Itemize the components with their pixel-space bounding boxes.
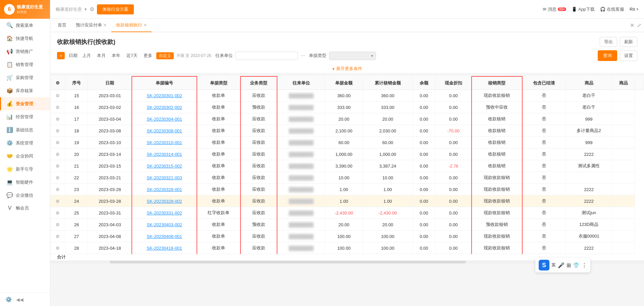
cell-bill_type: 收款单	[197, 160, 240, 172]
cell-balance: 0.00	[413, 160, 435, 172]
date-option-更多[interactable]: 更多	[142, 52, 154, 59]
cell-bill_no[interactable]: SK-20230408-001	[132, 231, 197, 242]
cell-date: 2023-04-18	[88, 242, 132, 254]
row-settings-icon[interactable]: ⚙	[56, 246, 60, 251]
shirt-icon[interactable]: 👕	[573, 262, 580, 268]
row-settings-icon[interactable]: ⚙	[56, 199, 60, 204]
mic-icon[interactable]: 🎤	[558, 262, 565, 268]
refresh-btn[interactable]: 刷新	[620, 37, 637, 47]
sidebar-item-marketing[interactable]: 📢营销推广	[0, 45, 50, 58]
row-settings-icon[interactable]: ⚙	[56, 164, 60, 169]
settings-btn[interactable]: ⚙	[90, 6, 94, 12]
table-row: ⚙252023-03-31SK-20230331-002红字收款单应收款████…	[50, 207, 644, 219]
grid-icon[interactable]: ⊞	[567, 262, 571, 268]
row-settings-icon[interactable]: ⚙	[56, 210, 60, 216]
cell-bill_amount: 333.00	[325, 102, 363, 113]
messages-item[interactable]: ✉ 消息 99+	[543, 6, 566, 12]
export-btn[interactable]: 导出	[600, 37, 617, 47]
row-settings-icon[interactable]: ⚙	[56, 128, 60, 133]
sidebar-item-quicknav[interactable]: 🏠快捷导航	[0, 32, 50, 45]
row-settings-icon[interactable]: ⚙	[56, 152, 60, 157]
sidebar-item-system[interactable]: ⚙️系统管理	[0, 136, 50, 149]
cell-bill_no[interactable]: SK-20230321-003	[132, 172, 197, 184]
table-area: ⚙序号日期单据编号单据类型业务类型往来单位单据金额累计核销金额余额现金折扣核销类…	[50, 76, 644, 260]
solution-btn[interactable]: 体验行业方案	[97, 4, 134, 14]
tab-collection[interactable]: 收款核销执行✕	[111, 19, 152, 32]
cell-bill_no[interactable]: SK-20230418-001	[132, 242, 197, 254]
sidebar-icon-wechat: 💬	[6, 192, 13, 198]
cell-bill_no[interactable]: SK-20230304-001	[132, 113, 197, 125]
tab-close-prepay[interactable]: ✕	[103, 23, 107, 27]
cell-bill_no[interactable]: SK-20230328-002	[132, 195, 197, 207]
cell-bill_type: 收款单	[197, 172, 240, 184]
sidebar-item-inventory[interactable]: 📦库存核算	[0, 84, 50, 97]
billtype-select[interactable]	[329, 52, 376, 60]
row-settings-icon[interactable]: ⚙	[56, 117, 60, 122]
cell-bill_amount: 100.00	[325, 242, 363, 254]
cell-no: 25	[65, 207, 88, 219]
filter-dots[interactable]: ···	[301, 53, 305, 59]
cell-balance: 0.00	[413, 148, 435, 160]
cell-bill_no[interactable]: SK-20230328-001	[132, 184, 197, 195]
sidebar-label-quicknav: 快捷导航	[16, 36, 33, 42]
date-option-本月[interactable]: 本月	[95, 52, 108, 59]
sidebar-item-hardware[interactable]: 💻智能硬件	[0, 176, 50, 189]
sidebar-item-purchase[interactable]: 🛒采购管理	[0, 71, 50, 84]
cell-bill_amount: 2,100.00	[325, 125, 363, 137]
cell-goods2	[612, 113, 635, 125]
sidebar-item-sales[interactable]: 📋销售管理	[0, 58, 50, 71]
expand-more-btn[interactable]: ▾ 展开更多条件	[332, 66, 362, 72]
sidebar-item-search[interactable]: 🔍搜索菜单	[0, 19, 50, 32]
partner-input[interactable]	[235, 52, 298, 60]
cell-bill_no[interactable]: SK-20230302-002	[132, 102, 197, 113]
row-settings-icon[interactable]: ⚙	[56, 234, 60, 239]
expand-tab-btn[interactable]: ⤢	[637, 22, 641, 28]
sidebar-item-guide[interactable]: 🌟新手引导	[0, 163, 50, 176]
cell-bill_no[interactable]: SK-20230310-001	[132, 137, 197, 148]
date-option-近7天[interactable]: 近7天	[124, 52, 140, 59]
cell-bill_no[interactable]: SK-20230301-002	[132, 90, 197, 102]
settings-icon[interactable]: ⚙️	[5, 296, 12, 303]
setting-btn[interactable]: 设置	[620, 50, 637, 61]
row-settings-icon[interactable]: ⚙	[56, 140, 60, 145]
tab-prepay[interactable]: 预计应应付单✕	[71, 19, 111, 32]
query-btn[interactable]: 查询	[598, 50, 617, 61]
tab-close-collection[interactable]: ✕	[144, 23, 147, 27]
row-settings-icon[interactable]: ⚙	[56, 187, 60, 192]
col-header-cancel_type: 核销类型	[472, 76, 522, 90]
cell-bill_no[interactable]: SK-20230403-002	[132, 219, 197, 231]
user-avatar[interactable]: Rit ▾	[630, 7, 639, 12]
collapse-icon[interactable]: ◀◀	[16, 297, 23, 302]
custom-date-btn[interactable]: 自定义	[156, 52, 174, 59]
tab-home[interactable]: 首页	[53, 19, 71, 32]
row-settings-icon[interactable]: ⚙	[56, 93, 60, 98]
cell-bill_type: 收款单	[197, 137, 240, 148]
cell-cancel_type: 收款核销	[472, 113, 522, 125]
filter-expand-btn[interactable]: »	[57, 52, 65, 59]
sidebar-item-basics[interactable]: ℹ️基础信息	[0, 123, 50, 136]
sidebar-item-finance[interactable]: 💰资金管理	[0, 97, 50, 110]
service-item[interactable]: 🎧 在线客服	[600, 6, 624, 12]
sidebar-item-member[interactable]: V畅会员	[0, 202, 50, 215]
close-tab-btn[interactable]: ✕	[630, 22, 634, 28]
sidebar-item-wechat[interactable]: 💬企业微信	[0, 189, 50, 202]
cell-bill_no[interactable]: SK-20230331-002	[132, 207, 197, 219]
cell-bill_no[interactable]: SK-20230315-002	[132, 160, 197, 172]
row-settings-icon[interactable]: ⚙	[56, 105, 60, 110]
row-settings-icon[interactable]: ⚙	[56, 175, 60, 180]
row-settings-icon[interactable]: ⚙	[56, 222, 60, 227]
sidebar-item-company[interactable]: 🤝企业协同	[0, 149, 50, 163]
sidebar-icon-system: ⚙️	[6, 140, 13, 146]
date-option-本年[interactable]: 本年	[110, 52, 122, 59]
cell-cash_discount: -2.76	[435, 160, 472, 172]
app-download-item[interactable]: 📱 App下载	[572, 6, 595, 12]
expand-bar: ▾ 展开更多条件	[50, 64, 644, 73]
date-option-上月[interactable]: 上月	[80, 52, 93, 59]
cell-bill_no[interactable]: SK-20230308-001	[132, 125, 197, 137]
more-icon[interactable]: ⋮	[582, 262, 587, 268]
sidebar-item-operation[interactable]: 📊经营管理	[0, 110, 50, 123]
sidebar-icon-member: V	[6, 205, 13, 211]
cell-bill_no[interactable]: SK-20230314-001	[132, 148, 197, 160]
col-header-total_cancel: 累计核销金额	[363, 76, 413, 90]
table-row: ⚙222023-03-21SK-20230321-003收款单应收款██████…	[50, 172, 644, 184]
